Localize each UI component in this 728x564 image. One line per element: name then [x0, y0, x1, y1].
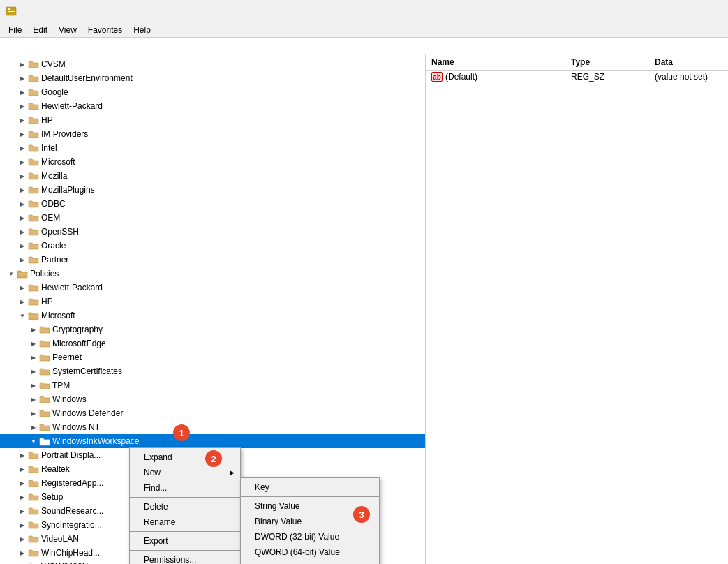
- expand-button[interactable]: ▶: [17, 73, 28, 84]
- tree-item[interactable]: ▶ OpenSSH: [0, 225, 425, 239]
- tree-item[interactable]: ▶ DefaultUserEnvironment: [0, 71, 425, 85]
- main-layout: ▶ CVSM▶ DefaultUserEnvironment▶ Google▶ …: [0, 54, 728, 564]
- folder-closed-icon: [28, 492, 39, 502]
- expand-button[interactable]: ▶: [17, 547, 28, 558]
- expand-button[interactable]: ▶: [17, 101, 28, 112]
- ctx-find[interactable]: Find...: [130, 480, 240, 496]
- tree-item[interactable]: ▶ Google: [0, 85, 425, 99]
- tree-item[interactable]: ▼ Microsoft: [0, 309, 425, 322]
- title-bar: [0, 0, 728, 22]
- expand-button[interactable]: ▶: [17, 561, 28, 564]
- tree-item[interactable]: ▶ HP: [0, 113, 425, 127]
- expand-button[interactable]: ▶: [28, 422, 39, 433]
- tree-item[interactable]: ▶ Windows Defender: [0, 406, 425, 420]
- tree-item[interactable]: ▶ Hewlett-Packard: [0, 281, 425, 295]
- expand-button[interactable]: ▶: [17, 170, 28, 181]
- tree-item-label: Setup: [41, 492, 63, 502]
- tree-item[interactable]: ▶ TPM: [0, 378, 425, 392]
- expand-button[interactable]: ▶: [17, 491, 28, 503]
- ctx-permissions[interactable]: Permissions...: [130, 552, 240, 564]
- expand-button[interactable]: ▶: [17, 87, 28, 98]
- tree-item[interactable]: ▶ Windows NT: [0, 420, 425, 434]
- ctx-expand[interactable]: Expand: [130, 450, 240, 465]
- tree-item[interactable]: ▶ Partner: [0, 253, 425, 267]
- expand-button[interactable]: ▶: [28, 324, 39, 335]
- expand-button[interactable]: ▶: [17, 519, 28, 530]
- folder-closed-icon: [39, 394, 50, 404]
- expand-button[interactable]: ▶: [17, 156, 28, 168]
- tree-item[interactable]: ▶ Oracle: [0, 239, 425, 253]
- registry-icon: [6, 6, 17, 17]
- menu-view[interactable]: View: [53, 24, 82, 36]
- sub-key[interactable]: Key: [241, 480, 379, 495]
- menu-edit[interactable]: Edit: [27, 24, 53, 36]
- ctx-delete[interactable]: Delete: [130, 499, 240, 514]
- maximize-button[interactable]: [658, 0, 690, 22]
- expand-button[interactable]: ▶: [17, 533, 28, 544]
- tree-item[interactable]: ▶ IM Providers: [0, 127, 425, 141]
- tree-item[interactable]: ▶ Windows: [0, 392, 425, 406]
- tree-item[interactable]: ▶ Intel: [0, 141, 425, 155]
- expand-button[interactable]: ▶: [28, 380, 39, 391]
- expand-button[interactable]: ▶: [28, 352, 39, 363]
- expand-button[interactable]: ▶: [17, 477, 28, 489]
- expand-button[interactable]: ▶: [17, 254, 28, 265]
- ctx-rename[interactable]: Rename: [130, 514, 240, 530]
- expand-button[interactable]: ▶: [17, 142, 28, 154]
- tree-item-label: Windows: [52, 394, 87, 404]
- right-pane: Name Type Data ab (Default) REG_SZ (valu…: [426, 54, 728, 564]
- tree-item[interactable]: ▶ Hewlett-Packard: [0, 99, 425, 113]
- expand-button[interactable]: ▶: [17, 184, 28, 195]
- tree-item[interactable]: ▶ CVSM: [0, 57, 425, 71]
- folder-open-icon: [28, 311, 39, 320]
- expand-button[interactable]: ▶: [17, 450, 28, 461]
- expand-button[interactable]: ▶: [17, 463, 28, 475]
- expand-button[interactable]: ▶: [17, 128, 28, 140]
- tree-item[interactable]: ▶ Cryptography: [0, 322, 425, 336]
- close-button[interactable]: [690, 0, 722, 22]
- ctx-new[interactable]: New Key String Value Binary Value DWORD …: [130, 465, 240, 480]
- menu-favorites[interactable]: Favorites: [82, 24, 128, 36]
- expand-button[interactable]: ▶: [17, 282, 28, 293]
- ctx-sep-1: [130, 497, 240, 498]
- expand-button[interactable]: ▶: [17, 296, 28, 307]
- tree-item[interactable]: ▶ SystemCertificates: [0, 364, 425, 378]
- tree-item[interactable]: ▼ Policies: [0, 267, 425, 281]
- folder-closed-icon: [39, 380, 50, 390]
- tree-item-label: RegisteredApp...: [41, 478, 103, 488]
- tree-item[interactable]: ▶ ODBC: [0, 197, 425, 211]
- expand-button[interactable]: ▶: [17, 198, 28, 209]
- expand-button[interactable]: ▶: [17, 505, 28, 517]
- expand-button[interactable]: ▶: [17, 114, 28, 126]
- tree-item[interactable]: ▶ Peernet: [0, 350, 425, 364]
- menu-help[interactable]: Help: [128, 24, 156, 36]
- expand-button[interactable]: ▼: [28, 436, 39, 447]
- sub-qword-value[interactable]: QWORD (64-bit) Value: [241, 544, 379, 560]
- tree-item[interactable]: ▶ OEM: [0, 211, 425, 225]
- sub-multi-string-value[interactable]: Multi-String Value: [241, 560, 379, 564]
- expand-button[interactable]: ▶: [28, 338, 39, 349]
- ctx-sep-2: [130, 531, 240, 532]
- expand-button[interactable]: ▼: [6, 268, 17, 279]
- expand-button[interactable]: ▶: [28, 408, 39, 419]
- tree-item-label: MicrosoftEdge: [52, 339, 106, 348]
- tree-item[interactable]: ▶ MozillaPlugins: [0, 183, 425, 197]
- menu-file[interactable]: File: [3, 24, 27, 36]
- expand-button[interactable]: ▶: [17, 240, 28, 251]
- sub-dword-value[interactable]: DWORD (32-bit) Value: [241, 529, 379, 544]
- tree-item[interactable]: ▼ WindowsInkWorkspace: [0, 434, 425, 448]
- reg-row-default[interactable]: ab (Default) REG_SZ (value not set): [426, 70, 728, 83]
- expand-button[interactable]: ▶: [17, 226, 28, 237]
- context-menu: Expand New Key String Value Binary Value…: [129, 447, 241, 564]
- ctx-export[interactable]: Export: [130, 533, 240, 549]
- expand-button[interactable]: ▼: [17, 310, 28, 321]
- minimize-button[interactable]: [626, 0, 658, 22]
- expand-button[interactable]: ▶: [17, 59, 28, 70]
- tree-item[interactable]: ▶ HP: [0, 295, 425, 309]
- tree-item[interactable]: ▶ Mozilla: [0, 169, 425, 183]
- expand-button[interactable]: ▶: [28, 366, 39, 377]
- tree-item[interactable]: ▶ Microsoft: [0, 155, 425, 169]
- tree-item[interactable]: ▶ MicrosoftEdge: [0, 336, 425, 350]
- expand-button[interactable]: ▶: [17, 212, 28, 223]
- expand-button[interactable]: ▶: [28, 394, 39, 405]
